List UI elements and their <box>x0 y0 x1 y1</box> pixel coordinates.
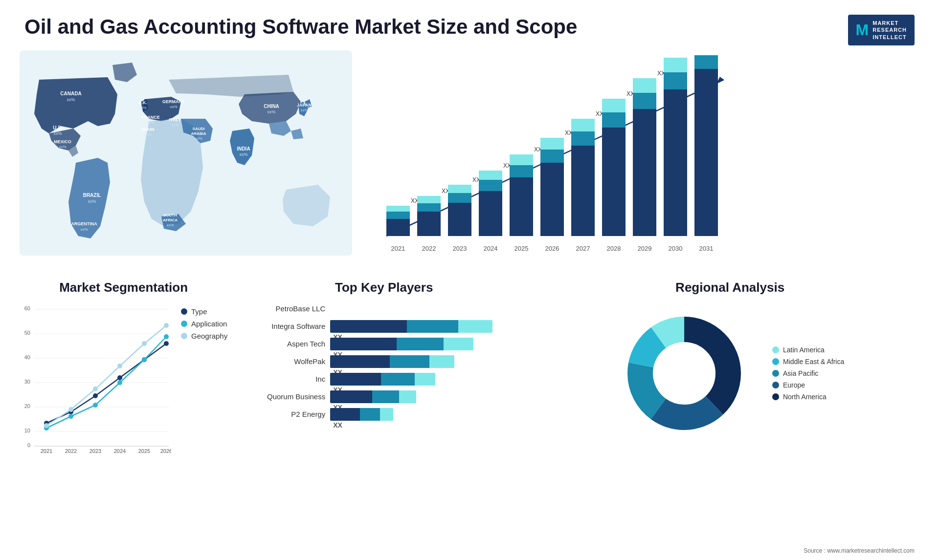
bottom-section: Market Segmentation 60 50 40 30 20 10 0 <box>0 270 939 534</box>
north-america-dot <box>772 393 779 400</box>
geography-dot <box>181 333 187 339</box>
player-bar-container: XX <box>330 390 521 403</box>
svg-text:2024: 2024 <box>484 245 498 252</box>
legend-geography: Geography <box>181 332 227 340</box>
regional-title: Regional Analysis <box>540 280 919 295</box>
player-name: PetroBase LLC <box>247 304 325 313</box>
svg-text:xx%: xx% <box>267 109 275 114</box>
svg-text:xx%: xx% <box>147 120 154 125</box>
player-bar-container: XX <box>330 355 521 368</box>
svg-text:2029: 2029 <box>638 245 652 252</box>
svg-text:2025: 2025 <box>514 245 529 252</box>
logo-area: M MARKET RESEARCH INTELLECT <box>848 15 915 45</box>
svg-text:xx%: xx% <box>139 106 146 110</box>
svg-point-121 <box>44 423 49 428</box>
svg-text:20: 20 <box>24 403 30 409</box>
svg-rect-51 <box>479 180 502 191</box>
page-title: Oil and Gas Accounting Software Market S… <box>24 15 577 39</box>
svg-rect-60 <box>540 163 564 236</box>
player-name: WolfePak <box>247 357 325 366</box>
svg-text:xx%: xx% <box>170 105 177 109</box>
svg-rect-72 <box>602 99 626 112</box>
svg-text:xx%: xx% <box>195 136 202 141</box>
svg-rect-86 <box>694 55 718 69</box>
svg-text:FRANCE: FRANCE <box>141 115 160 120</box>
legend-north-america: North America <box>772 393 844 401</box>
player-bar-container: XX <box>330 320 521 333</box>
svg-text:BRAZIL: BRAZIL <box>83 193 101 198</box>
svg-text:ARABIA: ARABIA <box>191 131 206 136</box>
svg-rect-37 <box>386 206 410 212</box>
svg-text:0: 0 <box>27 442 30 448</box>
svg-text:xx%: xx% <box>67 97 75 102</box>
svg-rect-81 <box>664 72 687 89</box>
players-section: Top Key Players PetroBase LLC Integra So… <box>237 280 531 524</box>
svg-text:2027: 2027 <box>576 245 590 252</box>
player-bar-container: XX <box>330 373 521 386</box>
svg-rect-62 <box>540 138 564 150</box>
svg-text:2024: 2024 <box>114 448 126 454</box>
player-row: PetroBase LLC <box>247 302 521 315</box>
svg-text:U.K.: U.K. <box>138 100 147 105</box>
svg-text:xx%: xx% <box>300 108 308 112</box>
svg-rect-55 <box>510 177 533 236</box>
legend-middle-east: Middle East & Africa <box>772 358 844 366</box>
svg-text:xx%: xx% <box>59 145 66 149</box>
svg-text:xx%: xx% <box>88 199 96 204</box>
svg-point-125 <box>142 341 147 346</box>
svg-rect-41 <box>417 203 441 212</box>
header: Oil and Gas Accounting Software Market S… <box>0 0 939 50</box>
svg-point-120 <box>164 334 169 339</box>
svg-rect-82 <box>664 58 687 72</box>
svg-point-112 <box>117 375 122 380</box>
legend-type: Type <box>181 307 227 316</box>
player-xx: XX <box>333 421 342 429</box>
svg-text:xx%: xx% <box>166 223 174 227</box>
svg-rect-66 <box>571 131 595 146</box>
player-bar-container: XX <box>330 408 521 421</box>
application-dot <box>181 321 187 327</box>
svg-text:xx%: xx% <box>80 227 88 232</box>
segmentation-title: Market Segmentation <box>20 280 227 295</box>
player-name: Integra Software <box>247 322 325 330</box>
player-name: P2 Energy <box>247 410 325 418</box>
svg-text:2028: 2028 <box>607 245 621 252</box>
svg-rect-46 <box>448 193 471 203</box>
svg-rect-77 <box>633 78 656 93</box>
svg-rect-50 <box>479 191 502 236</box>
segmentation-legend: Type Application Geography <box>181 307 227 340</box>
segmentation-chart: 60 50 40 30 20 10 0 2021 2022 2023 20 <box>20 302 171 454</box>
svg-text:xx%: xx% <box>53 131 62 136</box>
svg-point-119 <box>142 357 147 362</box>
svg-text:JAPAN: JAPAN <box>297 103 312 108</box>
donut-legend: Latin America Middle East & Africa Asia … <box>772 346 844 401</box>
svg-text:2021: 2021 <box>41 448 52 454</box>
svg-rect-42 <box>417 196 441 203</box>
player-row: WolfePak XX <box>247 355 521 368</box>
type-dot <box>181 308 187 315</box>
legend-latin-america: Latin America <box>772 346 844 354</box>
svg-rect-70 <box>602 128 626 236</box>
svg-text:2021: 2021 <box>391 245 405 252</box>
svg-text:2026: 2026 <box>545 245 559 252</box>
europe-dot <box>772 382 779 388</box>
svg-text:xx%: xx% <box>239 152 247 157</box>
regional-section: Regional Analysis La <box>540 280 919 524</box>
svg-rect-47 <box>448 185 471 193</box>
asia-pacific-dot <box>772 370 779 377</box>
svg-text:2022: 2022 <box>422 245 436 252</box>
player-bar-container: XX <box>330 338 521 350</box>
svg-rect-65 <box>571 146 595 236</box>
svg-text:ARGENTINA: ARGENTINA <box>71 221 97 226</box>
svg-text:30: 30 <box>24 379 30 385</box>
svg-point-126 <box>164 323 169 328</box>
svg-text:2030: 2030 <box>669 245 683 252</box>
svg-text:CANADA: CANADA <box>60 91 81 96</box>
svg-text:50: 50 <box>24 330 30 336</box>
svg-text:GERMANY: GERMANY <box>162 99 185 104</box>
svg-point-116 <box>68 414 73 419</box>
legend-europe: Europe <box>772 381 844 389</box>
map-section: CANADA xx% U.S. xx% MEXICO xx% BRAZIL xx… <box>20 50 352 270</box>
logo-box: M MARKET RESEARCH INTELLECT <box>848 15 915 45</box>
svg-point-122 <box>68 407 73 412</box>
